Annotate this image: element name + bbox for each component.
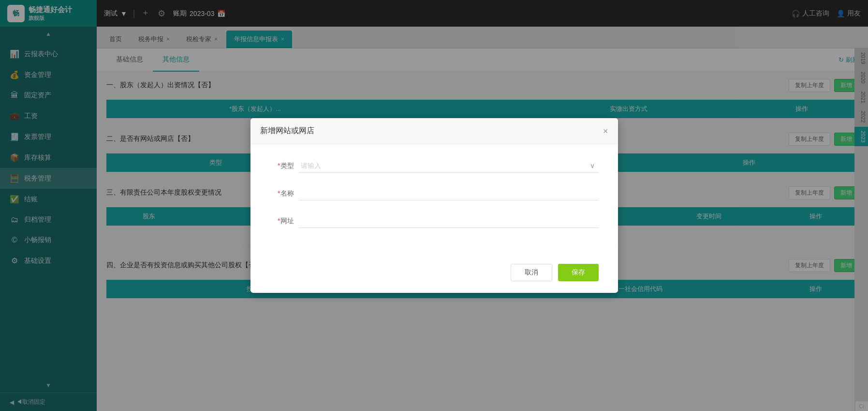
required-star: * <box>278 217 280 225</box>
type-label: *类型 <box>270 162 299 170</box>
modal-header: 新增网站或网店 × <box>250 118 618 144</box>
type-input-wrap: ∨ <box>299 159 599 173</box>
url-input-wrap <box>299 214 599 228</box>
name-label: *名称 <box>270 189 299 198</box>
url-label: *网址 <box>270 217 299 226</box>
cancel-button[interactable]: 取消 <box>511 264 552 281</box>
modal-footer: 取消 保存 <box>250 256 618 293</box>
name-input-wrap <box>299 186 599 200</box>
required-star: * <box>278 162 280 169</box>
form-row-name: *名称 <box>270 186 599 200</box>
save-button[interactable]: 保存 <box>558 264 599 281</box>
name-input[interactable] <box>299 186 599 200</box>
type-input[interactable] <box>299 159 599 172</box>
form-row-url: *网址 <box>270 214 599 228</box>
modal-dialog: 新增网站或网店 × *类型 ∨ *名称 <box>250 118 618 293</box>
modal-title: 新增网站或网店 <box>260 126 314 136</box>
modal-close-btn[interactable]: × <box>603 127 608 136</box>
modal-body: *类型 ∨ *名称 *网址 <box>250 144 618 256</box>
modal-overlay[interactable]: 新增网站或网店 × *类型 ∨ *名称 <box>0 0 868 411</box>
required-star: * <box>278 189 280 197</box>
form-row-type: *类型 ∨ <box>270 159 599 173</box>
url-input[interactable] <box>299 214 599 228</box>
